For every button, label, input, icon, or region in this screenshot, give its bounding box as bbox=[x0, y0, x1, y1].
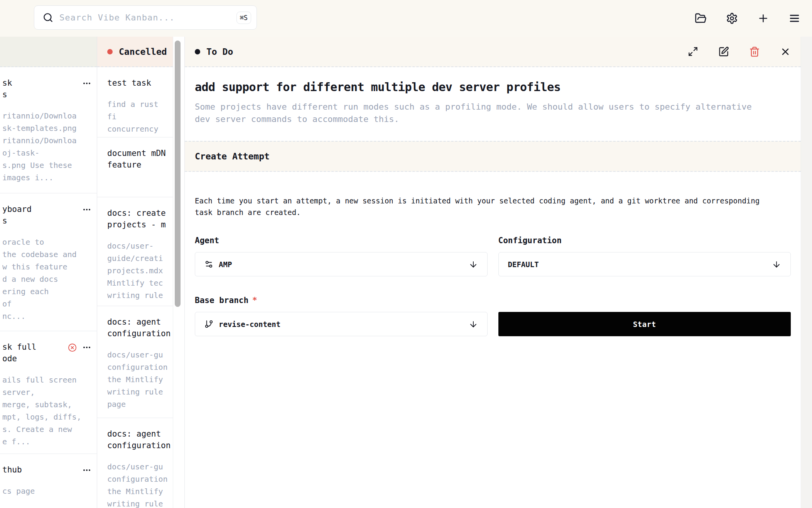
hamburger-menu-icon bbox=[788, 12, 800, 24]
task-card-title: sk s bbox=[2, 77, 82, 100]
task-card[interactable]: thub cs page bbox=[0, 454, 97, 508]
cancelled-status-dot-icon bbox=[107, 49, 113, 54]
sliders-icon bbox=[204, 260, 213, 269]
ellipsis-icon bbox=[82, 205, 91, 214]
add-task-button[interactable] bbox=[757, 12, 769, 24]
kanban-board: sk s ritannio/Downloa sk-templates.png r… bbox=[0, 37, 184, 508]
panel-scroll-gutter[interactable] bbox=[802, 37, 812, 508]
agent-select[interactable]: AMP bbox=[195, 252, 488, 276]
menu-button[interactable] bbox=[788, 12, 800, 24]
git-branch-icon bbox=[204, 320, 213, 329]
task-card[interactable]: docs: create projects - m docs/user- gui… bbox=[97, 197, 173, 306]
todo-status-dot-icon bbox=[195, 49, 200, 54]
task-card[interactable]: sk s ritannio/Downloa sk-templates.png r… bbox=[0, 67, 97, 193]
base-branch-select[interactable]: revise-content bbox=[195, 312, 488, 336]
trash-icon bbox=[749, 46, 760, 57]
task-card-description: docs/user-gu configuration the Mintlify … bbox=[107, 461, 167, 508]
agent-field: Agent AMP bbox=[195, 236, 488, 276]
base-branch-selected-value: revise-content bbox=[219, 320, 280, 329]
search-input[interactable] bbox=[59, 13, 230, 22]
task-card[interactable]: docs: agent configuration docs/user-gu c… bbox=[97, 306, 173, 418]
edit-task-button[interactable] bbox=[718, 46, 729, 57]
column-header-label: Cancelled bbox=[119, 47, 167, 57]
kanban-column-left: sk s ritannio/Downloa sk-templates.png r… bbox=[0, 37, 97, 508]
task-card-title: yboard s bbox=[2, 203, 82, 227]
task-card[interactable]: docs: agent configuration docs/user-gu c… bbox=[97, 418, 173, 508]
search-shortcut-badge: ⌘S bbox=[236, 12, 251, 24]
settings-button[interactable] bbox=[726, 12, 738, 24]
task-title: add support for different multiple dev s… bbox=[195, 80, 791, 94]
task-detail-panel: To Do a bbox=[184, 37, 801, 508]
ellipsis-icon bbox=[82, 343, 91, 352]
configuration-selected-value: DEFAULT bbox=[508, 260, 539, 269]
card-menu-button[interactable] bbox=[82, 343, 91, 352]
base-branch-label: Base branch bbox=[195, 296, 248, 305]
task-card-title: docs: create projects - m bbox=[107, 207, 167, 230]
task-card-title: test task bbox=[107, 77, 167, 89]
task-card[interactable]: yboard s oracle to the codebase and w th… bbox=[0, 193, 97, 331]
start-field: Start bbox=[498, 312, 791, 336]
close-panel-button[interactable] bbox=[780, 46, 791, 57]
task-card-description: ails full screen server, merge, subtask,… bbox=[2, 374, 91, 448]
task-card-description: docs/user- guide/creati projects.mdx Min… bbox=[107, 240, 167, 306]
task-card[interactable]: test task find a rust fi concurrency bbox=[97, 67, 173, 137]
card-menu-button[interactable] bbox=[82, 79, 91, 88]
board-scrollbar[interactable] bbox=[173, 37, 184, 508]
task-card-title: sk full ode bbox=[2, 341, 68, 364]
expand-panel-button[interactable] bbox=[688, 46, 698, 57]
gear-icon bbox=[726, 12, 738, 24]
column-header bbox=[0, 37, 97, 67]
required-asterisk: * bbox=[252, 296, 257, 305]
task-card-description: docs/user-gu configuration the Mintlify … bbox=[107, 349, 167, 410]
task-card-title: thub bbox=[2, 464, 82, 476]
start-button[interactable]: Start bbox=[498, 312, 791, 336]
arrow-down-icon bbox=[469, 320, 478, 329]
task-card-title: docs: agent configuration bbox=[107, 428, 167, 451]
configuration-field: Configuration DEFAULT bbox=[498, 236, 791, 276]
folder-open-icon bbox=[695, 12, 707, 24]
topbar-actions bbox=[695, 0, 800, 37]
task-card-description: find a rust fi concurrency bbox=[107, 98, 167, 135]
expand-icon bbox=[688, 46, 698, 57]
topbar: ⌘S bbox=[0, 0, 812, 37]
agent-selected-value: AMP bbox=[219, 260, 232, 269]
create-attempt-heading: Create Attempt bbox=[195, 151, 270, 161]
open-project-button[interactable] bbox=[695, 12, 707, 24]
task-detail-header: To Do bbox=[185, 37, 801, 67]
task-card[interactable]: sk full ode ails full screen server, mer… bbox=[0, 331, 97, 454]
task-card-title: docs: agent configuration bbox=[107, 316, 167, 339]
task-description: Some projects have different run modes s… bbox=[195, 101, 791, 125]
arrow-down-icon bbox=[469, 260, 478, 269]
create-attempt-info: Each time you start an attempt, a new se… bbox=[195, 195, 791, 218]
agent-label: Agent bbox=[195, 236, 488, 245]
task-status-label: To Do bbox=[206, 47, 233, 57]
create-attempt-section-header: Create Attempt bbox=[185, 141, 801, 172]
edit-pencil-icon bbox=[718, 46, 729, 57]
create-attempt-form: Each time you start an attempt, a new se… bbox=[185, 172, 801, 336]
task-card[interactable]: document mDN feature bbox=[97, 137, 173, 197]
task-card-description: ritannio/Downloa sk-templates.png ritann… bbox=[2, 110, 91, 184]
close-icon bbox=[780, 46, 791, 57]
error-circle-x-icon bbox=[68, 343, 77, 352]
board-scrollbar-thumb[interactable] bbox=[175, 41, 181, 307]
task-card-title: document mDN feature bbox=[107, 147, 167, 171]
delete-task-button[interactable] bbox=[749, 46, 760, 57]
card-menu-button[interactable] bbox=[82, 205, 91, 214]
arrow-down-icon bbox=[772, 260, 781, 269]
ellipsis-icon bbox=[82, 79, 91, 88]
task-summary: add support for different multiple dev s… bbox=[185, 67, 801, 141]
configuration-label: Configuration bbox=[498, 236, 791, 245]
search-icon bbox=[43, 12, 53, 23]
task-card-description: oracle to the codebase and w this featur… bbox=[2, 236, 91, 322]
ellipsis-icon bbox=[82, 466, 91, 475]
search-box[interactable]: ⌘S bbox=[34, 5, 257, 30]
task-card-description: cs page bbox=[2, 485, 91, 497]
card-menu-button[interactable] bbox=[82, 466, 91, 475]
kanban-column-cancelled: Cancelled test task find a rust fi concu… bbox=[97, 37, 173, 508]
base-branch-field: Base branch * revise-content bbox=[195, 296, 488, 336]
plus-icon bbox=[757, 12, 769, 24]
configuration-select[interactable]: DEFAULT bbox=[498, 252, 791, 276]
column-header-cancelled: Cancelled bbox=[97, 37, 173, 67]
